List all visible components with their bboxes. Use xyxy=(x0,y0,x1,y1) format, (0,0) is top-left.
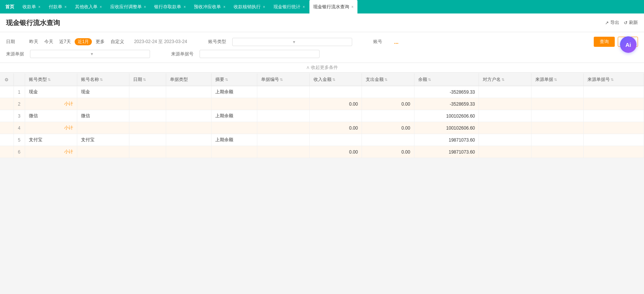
date-opt-last7[interactable]: 近7天 xyxy=(57,38,73,45)
col-header-gear: ⚙ xyxy=(0,73,14,86)
date-opt-last1m[interactable]: 近1月 xyxy=(75,38,92,45)
account-type-select[interactable]: ▾ xyxy=(232,38,352,46)
nav-tab-tab8[interactable]: 现金银行统计× xyxy=(270,0,309,13)
close-icon[interactable]: × xyxy=(351,5,354,9)
cell-expense: 0.00 xyxy=(362,146,414,158)
cell-acct_name: 支付宝 xyxy=(77,134,129,146)
cell-expense xyxy=(362,110,414,122)
page-title: 现金银行流水查询 xyxy=(6,18,60,27)
date-opt-yesterday[interactable]: 昨天 xyxy=(27,38,41,45)
cell-summary xyxy=(212,98,257,110)
nav-tab-tab6[interactable]: 预收冲应收单× xyxy=(190,0,229,13)
chevron-down-icon-2: ▾ xyxy=(91,51,147,57)
col-header-income[interactable]: 收入金额⇅ xyxy=(309,73,362,86)
export-label: 导出 xyxy=(610,19,619,26)
filter-row-2: 来源单据 ▾ 来源单据号 xyxy=(6,50,638,58)
export-button[interactable]: ↗ 导出 xyxy=(605,19,619,26)
cell-doc_type xyxy=(166,110,212,122)
sort-icon: ⇅ xyxy=(143,78,146,82)
nav-tab-label: 预收冲应收单 xyxy=(194,4,221,10)
gear-icon[interactable]: ⚙ xyxy=(5,77,9,82)
col-header-doc_no[interactable]: 单据编号⇅ xyxy=(257,73,309,86)
account-type-label: 账号类型 xyxy=(208,39,226,45)
close-icon[interactable]: × xyxy=(144,5,146,9)
close-icon[interactable]: × xyxy=(183,5,186,9)
date-label: 日期 xyxy=(6,39,21,45)
nav-tab-label: 其他收入单 xyxy=(75,4,98,10)
cell-summary: 上期余额 xyxy=(212,134,257,146)
nav-tab-label: 付款单 xyxy=(49,4,62,10)
cell-summary: 上期余额 xyxy=(212,86,257,98)
nav-tab-tab2[interactable]: 付款单× xyxy=(45,0,71,13)
close-icon[interactable]: × xyxy=(263,5,265,9)
collapse-label: 收起更多条件 xyxy=(311,65,338,70)
cell-doc_no xyxy=(257,134,309,146)
source-doc-no-input[interactable] xyxy=(200,50,320,58)
close-icon[interactable]: × xyxy=(65,5,67,9)
date-opt-more[interactable]: 更多 xyxy=(93,38,107,45)
cell-balance: -3528659.33 xyxy=(414,98,479,110)
cell-idx: 2 xyxy=(14,98,25,110)
nav-tab-tab5[interactable]: 银行存取款单× xyxy=(150,0,189,13)
cell-acct_type: 现金 xyxy=(25,86,77,98)
col-header-source_doc_no[interactable]: 来源单据号⇅ xyxy=(584,73,644,86)
table-row: 2小计0.000.00-3528659.33 xyxy=(0,98,644,110)
close-icon[interactable]: × xyxy=(100,5,102,9)
ai-badge[interactable]: Ai xyxy=(620,36,636,53)
nav-tab-label: 应收应付调整单 xyxy=(110,4,142,10)
cell-expense: 0.00 xyxy=(362,98,414,110)
nav-home[interactable]: 首页 xyxy=(2,0,18,13)
col-header-doc_type: 单据类型 xyxy=(166,73,212,86)
nav-tab-label: 现金银行流水查询 xyxy=(313,4,349,10)
source-doc-select[interactable]: ▾ xyxy=(30,50,150,58)
collapse-bar[interactable]: ∧ 收起更多条件 xyxy=(0,63,644,73)
cell-source_doc_no xyxy=(584,146,644,158)
sort-icon: ⇅ xyxy=(611,78,614,82)
query-button[interactable]: 查询 xyxy=(594,37,615,47)
date-opt-custom[interactable]: 自定义 xyxy=(108,38,126,45)
cell-income xyxy=(309,110,362,122)
col-header-balance[interactable]: 余额⇅ xyxy=(414,73,479,86)
cell-acct_type: 支付宝 xyxy=(25,134,77,146)
cell-income xyxy=(309,86,362,98)
close-icon[interactable]: × xyxy=(38,5,41,9)
cell-summary xyxy=(212,122,257,134)
account-dots-button[interactable]: ... xyxy=(394,39,399,45)
nav-tab-label: 银行存取款单 xyxy=(154,4,181,10)
cell-balance: 19871073.60 xyxy=(414,146,479,158)
col-header-summary[interactable]: 摘要⇅ xyxy=(212,73,257,86)
sort-icon: ⇅ xyxy=(501,78,504,82)
date-opt-today[interactable]: 今天 xyxy=(42,38,56,45)
col-header-expense[interactable]: 支出金额⇅ xyxy=(362,73,414,86)
nav-tab-tab3[interactable]: 其他收入单× xyxy=(71,0,106,13)
cell-gear xyxy=(0,146,14,158)
col-header-acct_type[interactable]: 账号类型⇅ xyxy=(25,73,77,86)
data-table: ⚙账号类型⇅账号名称⇅日期⇅单据类型摘要⇅单据编号⇅收入金额⇅支出金额⇅余额⇅对… xyxy=(0,73,644,158)
nav-tab-tab7[interactable]: 收款核销执行× xyxy=(230,0,269,13)
nav-tab-tab1[interactable]: 收款单× xyxy=(19,0,44,13)
nav-tab-tab9[interactable]: 现金银行流水查询× xyxy=(309,0,357,13)
nav-tab-label: 收款核销执行 xyxy=(234,4,261,10)
close-icon[interactable]: × xyxy=(303,5,305,9)
date-options: 昨天今天近7天近1月更多自定义 xyxy=(27,38,126,45)
col-header-counterparty[interactable]: 对方户名⇅ xyxy=(479,73,531,86)
cell-doc_no xyxy=(257,146,309,158)
ai-label: Ai xyxy=(626,42,631,48)
sort-icon: ⇅ xyxy=(280,78,283,82)
col-header-date[interactable]: 日期⇅ xyxy=(129,73,166,86)
refresh-button[interactable]: ↺ 刷新 xyxy=(624,19,638,26)
cell-source_doc xyxy=(531,122,583,134)
close-icon[interactable]: × xyxy=(223,5,225,9)
cell-balance: -3528659.33 xyxy=(414,86,479,98)
cell-idx: 1 xyxy=(14,86,25,98)
cell-counterparty xyxy=(479,122,531,134)
nav-tab-tab4[interactable]: 应收应付调整单× xyxy=(107,0,150,13)
col-header-source_doc[interactable]: 来源单据⇅ xyxy=(531,73,583,86)
col-header-acct_name[interactable]: 账号名称⇅ xyxy=(77,73,129,86)
cell-idx: 5 xyxy=(14,134,25,146)
cell-date xyxy=(129,98,166,110)
cell-gear xyxy=(0,86,14,98)
source-doc-no-label: 来源单据号 xyxy=(171,51,194,57)
cell-acct_type: 小计 xyxy=(25,98,77,110)
table-container: ⚙账号类型⇅账号名称⇅日期⇅单据类型摘要⇅单据编号⇅收入金额⇅支出金额⇅余额⇅对… xyxy=(0,73,644,158)
